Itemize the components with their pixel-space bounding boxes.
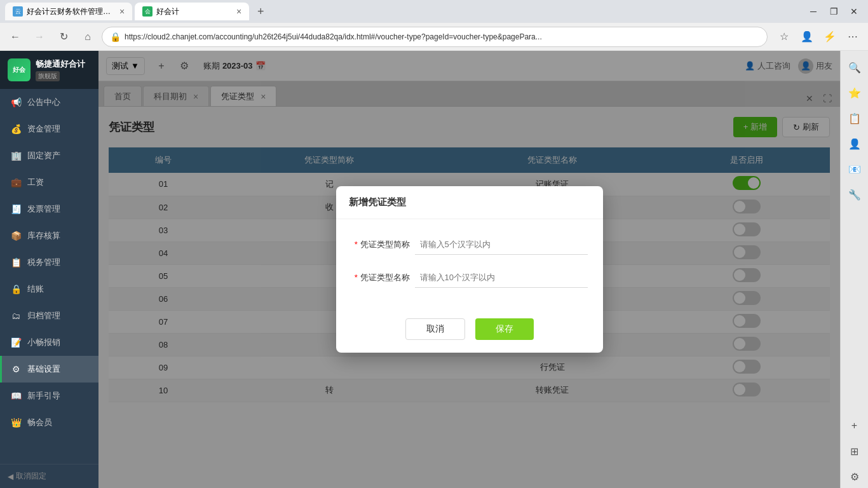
sidebar-label-expense: 小畅报销 <box>27 337 60 348</box>
sidebar-label-archive: 归档管理 <box>27 310 60 322</box>
window-controls: ─ ❐ ✕ <box>804 3 863 20</box>
back-button[interactable]: ← <box>5 27 25 47</box>
fullname-label: * 凭证类型名称 <box>351 272 415 283</box>
sidebar-label-inventory: 库存核算 <box>27 230 60 241</box>
sidebar-item-closing[interactable]: 🔒 结账 <box>0 276 98 302</box>
forward-button[interactable]: → <box>29 27 50 47</box>
minimize-button[interactable]: ─ <box>804 3 822 20</box>
browser-tab-inactive[interactable]: 云 好会计云财务软件管理系统_会计 × <box>5 3 132 20</box>
sidebar-menu: 📢 公告中心 💰 资金管理 🏢 固定资产 💼 工资 🧾 发票管理 📦 库 <box>0 89 98 464</box>
home-button[interactable]: ⌂ <box>78 27 98 47</box>
browser-tab-close-2[interactable]: × <box>236 6 241 17</box>
sidebar-label-settings: 基础设置 <box>27 363 60 375</box>
browser-tab-close-1[interactable]: × <box>119 6 125 17</box>
sidebar-logo: 好会 畅捷通好合计 旗舰版 <box>0 51 98 89</box>
sidebar-item-expense[interactable]: 📝 小畅报销 <box>0 329 98 356</box>
address-input[interactable]: 🔒 https://cloud2.chanjet.com/accounting/… <box>102 27 768 47</box>
cancel-button[interactable]: 取消 <box>405 318 465 340</box>
shortname-label-text: 凭证类型简称 <box>360 240 410 249</box>
fullname-label-text: 凭证类型名称 <box>360 273 410 282</box>
archive-icon: 🗂 <box>10 309 22 322</box>
browser-tab-title-1: 好会计云财务软件管理系统_会计 <box>27 6 116 17</box>
right-sidebar-add[interactable]: + <box>843 414 866 437</box>
modal-overlay: 新增凭证类型 * 凭证类型简称 * 凭证类型名称 取消 保存 <box>98 51 840 488</box>
sidebar-item-invoice[interactable]: 🧾 发票管理 <box>0 196 98 222</box>
profile-icon[interactable]: 👤 <box>797 27 817 47</box>
browser-toolbar-icons: ☆ 👤 ⚡ ⋯ <box>774 27 863 47</box>
sidebar-label-member: 畅会员 <box>27 417 52 428</box>
logo-text-container: 畅捷通好合计 旗舰版 <box>36 58 85 81</box>
maximize-button[interactable]: ❐ <box>825 3 843 20</box>
settings-icon: ⚙ <box>10 363 22 376</box>
fixed-assets-icon: 🏢 <box>10 149 22 162</box>
capital-icon: 💰 <box>10 123 22 135</box>
reload-button[interactable]: ↻ <box>53 27 74 47</box>
invoice-icon: 🧾 <box>10 203 22 215</box>
closing-icon: 🔒 <box>10 283 22 295</box>
sidebar-item-settings[interactable]: ⚙ 基础设置 <box>0 356 98 383</box>
extensions-icon[interactable]: ⚡ <box>820 27 840 47</box>
shortname-row: * 凭证类型简称 <box>351 234 588 255</box>
salary-icon: 💼 <box>10 176 22 189</box>
bookmark-icon[interactable]: ☆ <box>774 27 794 47</box>
sidebar-footer-pin[interactable]: ◀ 取消固定 <box>0 464 98 488</box>
fullname-input[interactable] <box>415 268 588 288</box>
sidebar: 好会 畅捷通好合计 旗舰版 📢 公告中心 💰 资金管理 🏢 固定资产 💼 工资 <box>0 51 98 488</box>
logo-icon: 好会 <box>8 58 31 81</box>
guide-icon: 📖 <box>10 390 22 402</box>
shortname-input[interactable] <box>415 234 588 255</box>
browser-tab-active[interactable]: 会 好会计 × <box>135 3 249 20</box>
expense-icon: 📝 <box>10 336 22 349</box>
sidebar-item-fixed-assets[interactable]: 🏢 固定资产 <box>0 142 98 169</box>
right-sidebar-grid[interactable]: ⊞ <box>843 440 866 463</box>
browser-title-bar: 云 好会计云财务软件管理系统_会计 × 会 好会计 × + ─ ❐ ✕ <box>0 0 868 23</box>
fullname-required-mark: * <box>355 273 360 282</box>
sidebar-item-guide[interactable]: 📖 新手引导 <box>0 383 98 409</box>
sidebar-item-member[interactable]: 👑 畅会员 <box>0 409 98 436</box>
save-button[interactable]: 保存 <box>475 318 534 340</box>
logo-badge: 旗舰版 <box>36 71 60 81</box>
add-voucher-type-modal: 新增凭证类型 * 凭证类型简称 * 凭证类型名称 取消 保存 <box>336 186 603 353</box>
tab-favicon-1: 云 <box>13 6 23 17</box>
pin-icon: ◀ <box>8 472 13 481</box>
sidebar-label-fixed-assets: 固定资产 <box>27 150 60 161</box>
right-sidebar-settings-2[interactable]: ⚙ <box>843 465 866 488</box>
close-button[interactable]: ✕ <box>845 3 863 20</box>
tax-icon: 📋 <box>10 256 22 269</box>
tab-favicon-2: 会 <box>142 6 153 17</box>
right-sidebar-person[interactable]: 👤 <box>843 132 866 155</box>
sidebar-label-guide: 新手引导 <box>27 390 60 402</box>
sidebar-label-invoice: 发票管理 <box>27 203 60 215</box>
sidebar-label-capital: 资金管理 <box>27 123 60 135</box>
sidebar-item-announcement[interactable]: 📢 公告中心 <box>0 89 98 116</box>
sidebar-item-archive[interactable]: 🗂 归档管理 <box>0 302 98 329</box>
right-sidebar-outlook[interactable]: 📧 <box>843 158 866 180</box>
sidebar-label-closing: 结账 <box>27 283 44 295</box>
browser-address-bar: ← → ↻ ⌂ 🔒 https://cloud2.chanjet.com/acc… <box>0 23 868 51</box>
right-sidebar-star[interactable]: ⭐ <box>843 81 866 104</box>
modal-body: * 凭证类型简称 * 凭证类型名称 <box>336 219 603 311</box>
announcement-icon: 📢 <box>10 96 22 109</box>
sidebar-item-salary[interactable]: 💼 工资 <box>0 169 98 196</box>
right-sidebar-list[interactable]: 📋 <box>843 107 866 130</box>
sidebar-item-capital[interactable]: 💰 资金管理 <box>0 116 98 142</box>
sidebar-label-salary: 工资 <box>27 177 44 188</box>
cancel-pin-label: 取消固定 <box>16 471 46 482</box>
member-icon: 👑 <box>10 416 22 429</box>
sidebar-label-announcement: 公告中心 <box>27 97 60 108</box>
address-text: https://cloud2.chanjet.com/accounting/uh… <box>125 32 542 41</box>
shortname-required-mark: * <box>355 240 360 249</box>
sidebar-item-tax[interactable]: 📋 税务管理 <box>0 249 98 276</box>
shortname-label: * 凭证类型简称 <box>351 239 415 250</box>
browser-tab-title-2: 好会计 <box>156 6 179 17</box>
inventory-icon: 📦 <box>10 229 22 242</box>
right-sidebar: 🔍 ⭐ 📋 👤 📧 🔧 + ⊞ ⚙ <box>840 51 868 488</box>
modal-footer: 取消 保存 <box>336 311 603 353</box>
modal-title: 新增凭证类型 <box>349 196 406 207</box>
right-sidebar-search[interactable]: 🔍 <box>843 56 866 79</box>
new-tab-button[interactable]: + <box>252 3 269 20</box>
sidebar-label-tax: 税务管理 <box>27 257 60 268</box>
sidebar-item-inventory[interactable]: 📦 库存核算 <box>0 222 98 249</box>
right-sidebar-tools[interactable]: 🔧 <box>843 183 866 206</box>
more-icon[interactable]: ⋯ <box>843 27 863 47</box>
